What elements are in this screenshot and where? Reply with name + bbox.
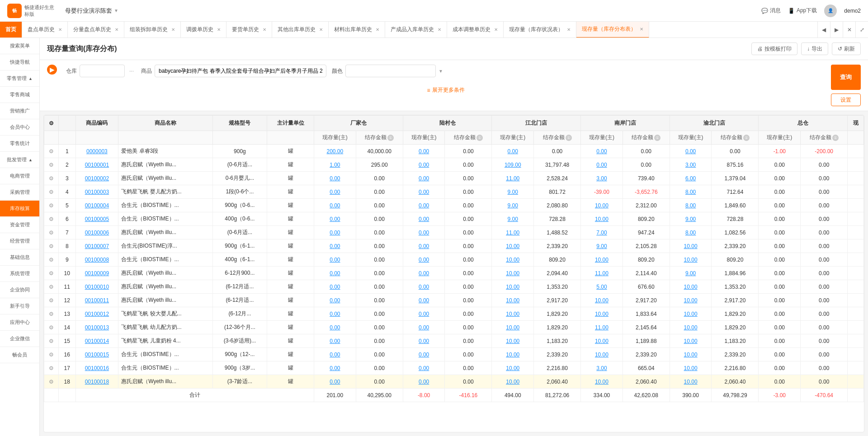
cell-c1-qty[interactable]: 0.00 <box>314 361 356 375</box>
cell-code[interactable]: 00100014 <box>75 334 118 348</box>
cell-gear[interactable]: ⚙ <box>44 199 59 212</box>
cell-gear[interactable]: ⚙ <box>44 253 59 267</box>
search-expand-btn[interactable]: ▶ <box>47 65 57 75</box>
c2-info-icon[interactable]: ① <box>476 135 483 141</box>
cell-c2-qty[interactable]: 0.00 <box>403 185 445 199</box>
cell-c5-qty[interactable]: 8.00 <box>670 185 712 199</box>
nav-tab-材料出库单历史[interactable]: 材料出库单历史✕ <box>329 22 385 38</box>
cell-c1-qty[interactable]: 0.00 <box>314 226 356 239</box>
cell-c2-qty[interactable]: 0.00 <box>403 375 445 389</box>
sidebar-item-电商管理[interactable]: 电商管理 <box>0 168 39 184</box>
cell-c2-qty[interactable]: 0.00 <box>403 199 445 212</box>
cell-c2-qty[interactable]: 0.00 <box>403 334 445 348</box>
tab-close-icon[interactable]: ✕ <box>217 27 221 32</box>
c5-info-icon[interactable]: ① <box>743 135 750 141</box>
cell-c3-qty[interactable]: 11.00 <box>492 172 534 185</box>
cell-c4-qty[interactable]: 3.00 <box>581 172 623 185</box>
sidebar-item-会员中心[interactable]: 会员中心 <box>0 119 39 136</box>
cell-c5-qty[interactable]: 8.00 <box>670 226 712 239</box>
warehouse-input[interactable] <box>80 65 125 77</box>
sidebar-item-基础信息[interactable]: 基础信息 <box>0 249 39 266</box>
cell-c4-qty[interactable]: 0.00 <box>581 145 623 158</box>
cell-c1-qty[interactable]: 0.00 <box>314 212 356 226</box>
action-btn-按模板打印[interactable]: 🖨按模板打印 <box>751 42 797 55</box>
tab-close-icon[interactable]: ✕ <box>58 27 62 32</box>
cell-c3-qty[interactable]: 11.00 <box>492 226 534 239</box>
color-dropdown-icon[interactable]: ▼ <box>439 69 443 74</box>
nav-arrow-right[interactable]: ▶ <box>830 22 843 38</box>
cell-c5-qty[interactable]: 0.00 <box>670 145 712 158</box>
action-btn-刷新[interactable]: ↺刷新 <box>832 42 861 55</box>
cell-c2-qty[interactable]: 0.00 <box>403 253 445 267</box>
cell-code[interactable]: 00100013 <box>75 321 118 334</box>
cell-c2-qty[interactable]: 0.00 <box>403 280 445 294</box>
action-btn-导出[interactable]: ↓导出 <box>801 42 828 55</box>
sidebar-item-企业微信[interactable]: 企业微信 <box>0 331 39 347</box>
cell-c2-qty[interactable]: 0.00 <box>403 172 445 185</box>
cell-c4-qty[interactable]: 10.00 <box>581 348 623 361</box>
cell-c4-qty[interactable]: 10.00 <box>581 375 623 389</box>
cell-c3-qty[interactable]: 10.00 <box>492 361 534 375</box>
cell-c5-qty[interactable]: 10.00 <box>670 321 712 334</box>
cell-c5-qty[interactable]: 9.00 <box>670 212 712 226</box>
cell-c1-qty[interactable]: 0.00 <box>314 267 356 280</box>
cell-gear[interactable]: ⚙ <box>44 226 59 239</box>
cell-code[interactable]: 00100018 <box>75 375 118 389</box>
sidebar-item-系统管理[interactable]: 系统管理 <box>0 266 39 282</box>
th-gear[interactable]: ⚙ <box>44 116 59 131</box>
cell-gear[interactable]: ⚙ <box>44 348 59 361</box>
cell-c2-qty[interactable]: 0.00 <box>403 361 445 375</box>
cell-code[interactable]: 00100009 <box>75 267 118 280</box>
cell-code[interactable]: 00100007 <box>75 239 118 253</box>
cell-gear[interactable]: ⚙ <box>44 334 59 348</box>
nav-tab-成本调整单历史[interactable]: 成本调整单历史✕ <box>447 22 504 38</box>
cell-gear[interactable]: ⚙ <box>44 172 59 185</box>
sidebar-item-资金管理[interactable]: 资金管理 <box>0 217 39 233</box>
nav-tab-要货单历史[interactable]: 要货单历史✕ <box>226 22 272 38</box>
cell-code[interactable]: 00100015 <box>75 348 118 361</box>
cell-c4-qty[interactable]: 10.00 <box>581 253 623 267</box>
cell-gear[interactable]: ⚙ <box>44 267 59 280</box>
cell-c2-qty[interactable]: 0.00 <box>403 267 445 280</box>
cell-c3-qty[interactable]: 10.00 <box>492 307 534 321</box>
cell-gear[interactable]: ⚙ <box>44 375 59 389</box>
cell-c3-qty[interactable]: 9.00 <box>492 212 534 226</box>
cell-gear[interactable]: ⚙ <box>44 145 59 158</box>
sidebar-item-应用中心[interactable]: 应用中心 <box>0 314 39 331</box>
sidebar-item-零售商城[interactable]: 零售商城 <box>0 87 39 103</box>
cell-gear[interactable]: ⚙ <box>44 239 59 253</box>
cell-c5-qty[interactable]: 10.00 <box>670 375 712 389</box>
cell-code[interactable]: 00100006 <box>75 226 118 239</box>
sidebar-item-经营管理[interactable]: 经营管理 <box>0 233 39 249</box>
c4-info-icon[interactable]: ① <box>654 135 660 141</box>
cell-c1-qty[interactable]: 0.00 <box>314 253 356 267</box>
tab-close-icon[interactable]: ✕ <box>640 27 643 32</box>
cell-c2-qty[interactable]: 0.00 <box>403 307 445 321</box>
cell-c5-qty[interactable]: 10.00 <box>670 294 712 307</box>
cell-c4-qty[interactable]: 10.00 <box>581 199 623 212</box>
nav-tab-现存量（库存状况表）[interactable]: 现存量（库存状况表）✕ <box>504 22 576 38</box>
cell-code[interactable]: 00100005 <box>75 212 118 226</box>
nav-arrow-left[interactable]: ◀ <box>817 22 830 38</box>
app-download-btn[interactable]: 📱 App下载 <box>788 7 817 14</box>
cell-c4-qty[interactable]: 9.00 <box>581 239 623 253</box>
cell-c5-qty[interactable]: 3.00 <box>670 158 712 172</box>
cell-c5-qty[interactable]: 9.00 <box>670 267 712 280</box>
cell-c1-qty[interactable]: 0.00 <box>314 307 356 321</box>
cell-c4-qty[interactable]: 10.00 <box>581 294 623 307</box>
cell-c3-qty[interactable]: 0.00 <box>492 145 534 158</box>
cell-c1-qty[interactable]: 0.00 <box>314 199 356 212</box>
cell-gear[interactable]: ⚙ <box>44 307 59 321</box>
tab-close-icon[interactable]: ✕ <box>171 27 175 32</box>
cell-code[interactable]: 00100003 <box>75 185 118 199</box>
cell-code[interactable]: 00100010 <box>75 280 118 294</box>
cell-c1-qty[interactable]: 0.00 <box>314 348 356 361</box>
industry-selector[interactable]: 母婴行业演示陈套 ▼ <box>65 7 118 15</box>
sidebar-item-搜索英单[interactable]: 搜索英单 <box>0 38 39 54</box>
cell-code[interactable]: 00100002 <box>75 172 118 185</box>
cell-code[interactable]: 0000003 <box>75 145 118 158</box>
cell-c3-qty[interactable]: 9.00 <box>492 185 534 199</box>
sidebar-item-零售统计[interactable]: 零售统计 <box>0 136 39 152</box>
cell-c2-qty[interactable]: 0.00 <box>403 239 445 253</box>
cell-c4-qty[interactable]: 0.00 <box>581 158 623 172</box>
